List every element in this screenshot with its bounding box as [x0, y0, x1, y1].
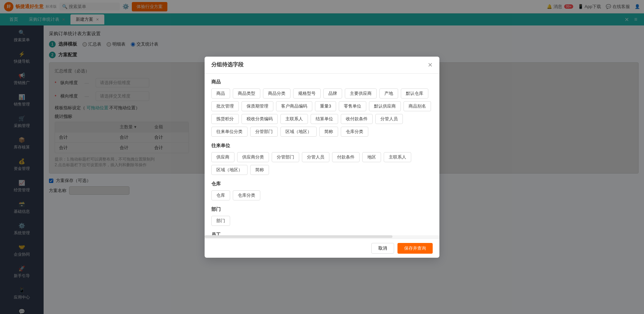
- field-tag[interactable]: 收付款条件: [341, 114, 373, 124]
- warehouse-fields: 仓库 仓库分类: [211, 190, 433, 200]
- dialog-overlay: 分组待选字段 ✕ 商品 商品 商品类型 商品分类 规格型号 品牌 主要供应商 产…: [0, 0, 644, 314]
- field-tag[interactable]: 地区: [362, 152, 381, 162]
- dialog: 分组待选字段 ✕ 商品 商品 商品类型 商品分类 规格型号 品牌 主要供应商 产…: [205, 57, 439, 258]
- field-tag[interactable]: 分管人员: [302, 152, 329, 162]
- dialog-title: 分组待选字段: [211, 61, 244, 68]
- field-tag[interactable]: 部门: [211, 216, 230, 226]
- field-tag[interactable]: 主联系人: [384, 152, 411, 162]
- field-tag[interactable]: 区域（地区）: [211, 165, 248, 175]
- field-tag[interactable]: 税收分类编码: [241, 114, 278, 124]
- field-tag[interactable]: 品牌: [323, 88, 342, 99]
- field-tag[interactable]: 商品类型: [233, 88, 260, 99]
- section-title-product: 商品: [211, 79, 433, 85]
- dialog-close-btn[interactable]: ✕: [428, 61, 433, 69]
- field-tag[interactable]: 结算单位: [311, 114, 338, 124]
- field-tag[interactable]: 简称: [250, 165, 269, 175]
- field-tag[interactable]: 商品: [211, 88, 230, 99]
- field-tag[interactable]: 分管人员: [375, 114, 403, 124]
- contacts-fields: 供应商 供应商分类 分管部门 分管人员 付款条件 地区 主联系人 区域（地区） …: [211, 152, 433, 175]
- field-tag[interactable]: 仓库分类: [341, 127, 368, 137]
- dialog-body: 商品 商品 商品类型 商品分类 规格型号 品牌 主要供应商 产地 默认仓库 批次…: [205, 74, 439, 236]
- field-tag[interactable]: 规格型号: [293, 88, 321, 99]
- cancel-btn[interactable]: 取消: [371, 243, 394, 254]
- field-tag[interactable]: 分管部门: [250, 127, 278, 137]
- field-tag[interactable]: 往来单位分类: [211, 127, 248, 137]
- field-tag[interactable]: 重量3: [315, 101, 336, 111]
- save-query-btn[interactable]: 保存并查询: [397, 243, 433, 254]
- field-tag[interactable]: 主要供应商: [345, 88, 377, 99]
- field-tag[interactable]: 供应商: [211, 152, 234, 162]
- section-title-dept: 部门: [211, 206, 433, 212]
- field-tag[interactable]: 默认仓库: [401, 88, 428, 99]
- field-tag[interactable]: 默认供应商: [369, 101, 401, 111]
- field-tag[interactable]: 客户商品编码: [276, 101, 312, 111]
- field-tag[interactable]: 区域（地区）: [280, 127, 317, 137]
- dialog-hscrollbar: [205, 235, 439, 238]
- field-tag[interactable]: 产地: [379, 88, 398, 99]
- field-section-dept: 部门 部门: [211, 206, 433, 226]
- field-section-contacts: 往来单位 供应商 供应商分类 分管部门 分管人员 付款条件 地区 主联系人 区域…: [211, 143, 433, 175]
- dept-fields: 部门: [211, 216, 433, 226]
- field-tag[interactable]: 仓库: [211, 190, 230, 200]
- field-tag[interactable]: 主联系人: [280, 114, 308, 124]
- field-tag[interactable]: 保质期管理: [241, 101, 273, 111]
- field-tag[interactable]: 分管部门: [272, 152, 299, 162]
- field-tag[interactable]: 批次管理: [211, 101, 239, 111]
- field-tag[interactable]: 拣货积分: [211, 114, 239, 124]
- field-section-product: 商品 商品 商品类型 商品分类 规格型号 品牌 主要供应商 产地 默认仓库 批次…: [211, 79, 433, 137]
- field-tag[interactable]: 商品分类: [263, 88, 290, 99]
- field-tag[interactable]: 仓库分类: [233, 190, 260, 200]
- dialog-header: 分组待选字段 ✕: [205, 57, 439, 74]
- section-title-warehouse: 仓库: [211, 181, 433, 187]
- field-tag[interactable]: 供应商分类: [237, 152, 269, 162]
- field-tag[interactable]: 商品别名: [404, 101, 431, 111]
- field-tag[interactable]: 简称: [319, 127, 338, 137]
- dialog-footer: 取消 保存并查询: [205, 239, 439, 258]
- section-title-contacts: 往来单位: [211, 143, 433, 149]
- product-fields: 商品 商品类型 商品分类 规格型号 品牌 主要供应商 产地 默认仓库 批次管理 …: [211, 88, 433, 137]
- field-tag[interactable]: 付款条件: [332, 152, 360, 162]
- field-tag[interactable]: 零售单位: [339, 101, 366, 111]
- field-section-warehouse: 仓库 仓库 仓库分类: [211, 181, 433, 200]
